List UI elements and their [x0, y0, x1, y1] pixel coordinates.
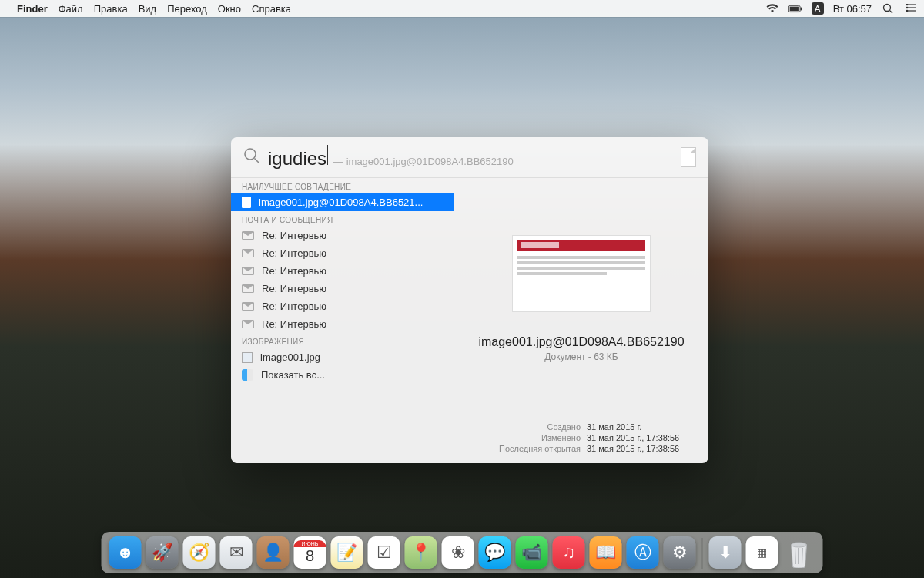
result-mail[interactable]: Re: Интервью	[231, 297, 454, 315]
preview-metadata: Создано31 мая 2015 г. Изменено31 мая 201…	[468, 422, 695, 454]
result-show-all[interactable]: Показать вс...	[231, 366, 454, 384]
input-source-badge[interactable]: А	[812, 2, 824, 15]
dock-app-facetime[interactable]: 📹	[516, 536, 548, 569]
dock-separator	[702, 538, 703, 569]
svg-line-12	[255, 159, 259, 163]
dock-app-contacts[interactable]: 👤	[257, 536, 290, 569]
svg-rect-1	[789, 6, 798, 11]
result-mail[interactable]: Re: Интервью	[231, 244, 454, 262]
meta-label: Изменено	[488, 433, 581, 442]
meta-label: Создано	[488, 422, 581, 432]
text-cursor	[327, 145, 328, 165]
result-image[interactable]: image001.jpg	[231, 348, 454, 366]
result-thumb-icon	[681, 147, 696, 167]
mail-icon	[242, 249, 254, 257]
category-images: ИЗОБРАЖЕНИЯ	[231, 333, 454, 348]
dock-app-maps[interactable]: 📍	[405, 536, 437, 569]
mail-icon	[242, 231, 254, 240]
result-label: Re: Интервью	[262, 301, 326, 312]
result-top-hit[interactable]: image001.jpg@01D098A4.BB6521...	[231, 193, 454, 211]
dock-app-calendar[interactable]: ИЮНЬ8	[294, 536, 326, 569]
meta-value: 31 мая 2015 г., 17:38:56	[587, 433, 695, 442]
result-label: Показать вс...	[261, 369, 325, 381]
result-label: Re: Интервью	[262, 318, 326, 330]
dock-app-reminders[interactable]: ☑	[368, 536, 400, 569]
svg-point-9	[906, 7, 909, 9]
svg-rect-2	[800, 7, 802, 10]
result-mail[interactable]: Re: Интервью	[231, 280, 454, 297]
wifi-icon[interactable]	[765, 2, 779, 15]
dock-app-finder[interactable]: ☻	[109, 536, 142, 569]
dock-trash[interactable]	[783, 536, 815, 569]
preview-title: image001.jpg@01D098A4.BB652190	[478, 335, 684, 349]
svg-line-4	[890, 11, 893, 14]
dock: ☻🚀🧭✉👤ИЮНЬ8📝☑📍❀💬📹♫📖Ⓐ⚙ ⬇ ▦	[102, 532, 823, 573]
battery-icon[interactable]	[788, 2, 802, 15]
dock-app-ibooks[interactable]: 📖	[590, 536, 622, 569]
svg-point-10	[906, 10, 909, 12]
dock-recent[interactable]: ▦	[746, 536, 778, 569]
menu-window[interactable]: Окно	[218, 3, 241, 15]
result-mail[interactable]: Re: Интервью	[231, 315, 454, 333]
svg-point-8	[906, 4, 909, 5]
spotlight-input[interactable]: igudies — image001.jpg@01D098A4.BB652190	[268, 145, 514, 170]
result-mail[interactable]: Re: Интервью	[231, 262, 454, 280]
dock-app-itunes[interactable]: ♫	[553, 536, 585, 569]
category-top-hit: НАИЛУЧШЕЕ СОВПАДЕНИЕ	[231, 178, 454, 193]
result-label: image001.jpg@01D098A4.BB6521...	[259, 197, 423, 208]
dock-app-appstore[interactable]: Ⓐ	[627, 536, 659, 569]
calendar-month: ИЮНЬ	[294, 540, 326, 547]
finder-icon	[242, 369, 253, 381]
spotlight-icon[interactable]	[881, 2, 895, 15]
mail-icon	[242, 320, 254, 328]
image-icon	[242, 352, 253, 363]
result-label: image001.jpg	[260, 351, 320, 363]
notification-center-icon[interactable]	[904, 2, 918, 15]
meta-value: 31 мая 2015 г.	[587, 422, 695, 432]
spotlight-query: igudies	[268, 148, 326, 170]
meta-label: Последняя открытая	[488, 444, 581, 453]
preview-subtitle: Документ - 63 КБ	[544, 351, 618, 362]
spotlight-search-row: igudies — image001.jpg@01D098A4.BB652190	[231, 137, 708, 178]
search-icon	[243, 147, 260, 167]
menu-edit[interactable]: Правка	[94, 3, 128, 15]
dock-app-safari[interactable]: 🧭	[183, 536, 216, 569]
category-mail: ПОЧТА И СООБЩЕНИЯ	[231, 211, 454, 227]
dock-app-notes[interactable]: 📝	[331, 536, 363, 569]
menu-file[interactable]: Файл	[59, 3, 83, 15]
result-label: Re: Интервью	[262, 247, 326, 259]
mail-icon	[242, 302, 254, 311]
spotlight-suggestion: — image001.jpg@01D098A4.BB652190	[333, 156, 514, 167]
menu-go[interactable]: Переход	[167, 3, 207, 15]
svg-point-11	[245, 149, 256, 160]
dock-app-photos[interactable]: ❀	[442, 536, 474, 569]
calendar-day: 8	[306, 547, 314, 565]
mail-icon	[242, 267, 254, 275]
result-label: Re: Интервью	[262, 283, 326, 294]
menubar: Finder Файл Правка Вид Переход Окно Спра…	[0, 0, 924, 17]
preview-thumbnail	[512, 235, 651, 312]
document-icon	[242, 197, 251, 208]
menu-view[interactable]: Вид	[139, 3, 157, 15]
spotlight-preview: image001.jpg@01D098A4.BB652190 Документ …	[454, 178, 708, 463]
svg-point-3	[884, 5, 891, 12]
dock-app-mail[interactable]: ✉	[220, 536, 253, 569]
spotlight-results-list: НАИЛУЧШЕЕ СОВПАДЕНИЕ image001.jpg@01D098…	[231, 178, 454, 463]
dock-app-preferences[interactable]: ⚙	[664, 536, 696, 569]
dock-downloads[interactable]: ⬇	[709, 536, 742, 569]
app-name[interactable]: Finder	[17, 3, 48, 15]
meta-value: 31 мая 2015 г., 17:38:56	[587, 444, 695, 453]
result-label: Re: Интервью	[262, 265, 326, 277]
result-label: Re: Интервью	[262, 230, 326, 241]
menu-help[interactable]: Справка	[252, 3, 291, 15]
spotlight-window: igudies — image001.jpg@01D098A4.BB652190…	[231, 137, 708, 463]
mail-icon	[242, 284, 254, 293]
result-mail[interactable]: Re: Интервью	[231, 227, 454, 244]
clock[interactable]: Вт 06:57	[833, 3, 872, 15]
svg-point-13	[792, 543, 807, 547]
dock-app-launchpad[interactable]: 🚀	[146, 536, 179, 569]
dock-app-messages[interactable]: 💬	[479, 536, 511, 569]
